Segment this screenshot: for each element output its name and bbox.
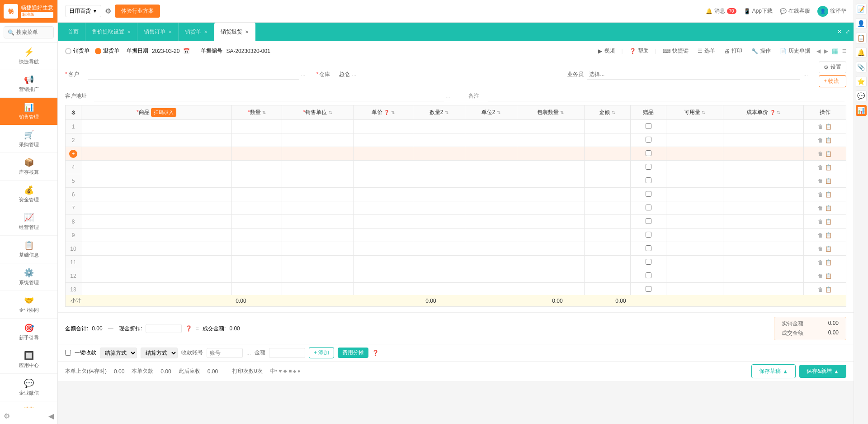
- grid-view-icon[interactable]: ▦: [832, 47, 839, 55]
- gift-cell[interactable]: [630, 283, 666, 295]
- amount-cell[interactable]: [584, 188, 630, 201]
- message-button[interactable]: 🔔 消息 70: [706, 7, 736, 15]
- unit-cell[interactable]: [282, 283, 354, 295]
- amount-cell[interactable]: [584, 215, 630, 229]
- pack-cell[interactable]: [517, 283, 584, 295]
- qty2-cell[interactable]: [413, 120, 465, 133]
- goods-input[interactable]: [85, 150, 228, 158]
- col-settings-header[interactable]: ⚙: [66, 105, 81, 120]
- select-action[interactable]: ☰ 选单: [695, 46, 718, 56]
- delete-row-icon[interactable]: 🗑: [818, 286, 823, 293]
- unit2-cell[interactable]: [465, 256, 517, 269]
- right-panel-btn-1[interactable]: 📝: [856, 4, 867, 14]
- right-panel-btn-7[interactable]: 💬: [856, 91, 867, 101]
- col-pack-sort[interactable]: ⇅: [560, 110, 564, 115]
- unit2-cell[interactable]: [465, 147, 517, 161]
- delete-row-icon[interactable]: 🗑: [818, 151, 823, 157]
- logistics-button[interactable]: + 物流: [819, 75, 846, 87]
- unit2-cell[interactable]: [465, 161, 517, 174]
- print-action[interactable]: 🖨 打印: [722, 46, 745, 56]
- copy-row-icon[interactable]: 📋: [825, 246, 832, 252]
- sidebar-item-guide[interactable]: 🎯 新手引导: [0, 319, 57, 346]
- qty-cell[interactable]: [232, 215, 282, 229]
- sidebar-item-basic[interactable]: 📋 基础信息: [0, 236, 57, 263]
- col-unit2-sort[interactable]: ⇅: [497, 110, 500, 115]
- qty2-cell[interactable]: [413, 283, 465, 295]
- online-service-button[interactable]: 💬 在线客服: [780, 7, 810, 15]
- topbar-settings-icon[interactable]: ⚙: [105, 7, 111, 15]
- gift-checkbox[interactable]: [646, 286, 651, 292]
- right-panel-btn-5[interactable]: 📎: [856, 62, 867, 72]
- unit2-cell[interactable]: [465, 174, 517, 188]
- delete-row-icon[interactable]: 🗑: [818, 205, 823, 211]
- available-cell[interactable]: [666, 269, 723, 283]
- sidebar-item-marketing[interactable]: 📢 营销推广: [0, 70, 57, 98]
- tab-sale-goods-close[interactable]: ✕: [204, 29, 208, 34]
- qty-cell[interactable]: [232, 229, 282, 242]
- pack-cell[interactable]: [517, 269, 584, 283]
- delete-row-icon[interactable]: 🗑: [818, 246, 823, 252]
- col-available-sort[interactable]: ⇅: [702, 110, 705, 115]
- scan-button[interactable]: 扫码录入: [151, 108, 176, 117]
- cost-cell[interactable]: [723, 215, 804, 229]
- radio-return-goods[interactable]: 退货单: [95, 47, 119, 55]
- available-cell[interactable]: [666, 256, 723, 269]
- unit-cell[interactable]: [282, 147, 354, 161]
- fee-split-button[interactable]: 费用分摊: [338, 348, 368, 358]
- unit-cell[interactable]: [282, 161, 354, 174]
- qty2-cell[interactable]: [413, 147, 465, 161]
- pack-cell[interactable]: [517, 174, 584, 188]
- col-price-sort[interactable]: ⇅: [391, 110, 395, 115]
- settlement-method-select[interactable]: 结算方式: [100, 348, 137, 358]
- cost-cell[interactable]: [723, 269, 804, 283]
- available-cell[interactable]: [666, 215, 723, 229]
- prev-record-icon[interactable]: ◀: [816, 48, 821, 54]
- delete-row-icon[interactable]: 🗑: [818, 137, 823, 143]
- tab-sale-goods[interactable]: 销货单 ✕: [179, 23, 214, 41]
- unit-cell[interactable]: [282, 120, 354, 133]
- address-input[interactable]: [94, 91, 444, 101]
- available-cell[interactable]: [666, 133, 723, 147]
- delete-row-icon[interactable]: 🗑: [818, 178, 823, 184]
- available-cell[interactable]: [666, 147, 723, 161]
- gift-checkbox[interactable]: [646, 177, 651, 183]
- gift-cell[interactable]: [630, 229, 666, 242]
- account-input[interactable]: [207, 348, 243, 358]
- qty2-cell[interactable]: [413, 215, 465, 229]
- qty2-cell[interactable]: [413, 161, 465, 174]
- qty-cell[interactable]: [232, 201, 282, 215]
- sidebar-item-finance[interactable]: 💰 资金管理: [0, 181, 57, 208]
- sidebar-item-apps[interactable]: 🔲 应用中心: [0, 346, 57, 374]
- warehouse-more-icon[interactable]: ...: [352, 71, 356, 77]
- history-action[interactable]: 📄 历史单据: [777, 46, 813, 56]
- gift-checkbox[interactable]: [646, 150, 651, 156]
- cost-cell[interactable]: [723, 283, 804, 295]
- right-panel-btn-6[interactable]: ⭐: [856, 76, 867, 87]
- qty-cell[interactable]: [232, 174, 282, 188]
- pack-cell[interactable]: [517, 120, 584, 133]
- cost-cell[interactable]: [723, 133, 804, 147]
- copy-row-icon[interactable]: 📋: [825, 273, 832, 279]
- right-panel-btn-4[interactable]: 🔔: [856, 47, 867, 58]
- customer-input[interactable]: [88, 69, 299, 80]
- cost-cell[interactable]: [723, 242, 804, 256]
- pack-cell[interactable]: [517, 161, 584, 174]
- copy-row-icon[interactable]: 📋: [825, 259, 832, 266]
- gift-cell[interactable]: [630, 201, 666, 215]
- price-cell[interactable]: [354, 201, 413, 215]
- date-value[interactable]: 2023-03-20: [152, 48, 179, 54]
- gift-cell[interactable]: [630, 133, 666, 147]
- col-quantity-sort[interactable]: ⇅: [262, 110, 266, 115]
- goods-cell[interactable]: [81, 147, 232, 161]
- delete-row-icon[interactable]: 🗑: [818, 191, 823, 198]
- price-cell[interactable]: [354, 269, 413, 283]
- gift-checkbox[interactable]: [646, 123, 651, 129]
- delete-row-icon[interactable]: 🗑: [818, 232, 823, 238]
- copy-row-icon[interactable]: 📋: [825, 219, 832, 225]
- amount-cell[interactable]: [584, 229, 630, 242]
- tab-sale-order[interactable]: 销售订单 ✕: [137, 23, 179, 41]
- cost-cell[interactable]: [723, 147, 804, 161]
- one-click-payment-checkbox[interactable]: [65, 350, 71, 356]
- amount-cell[interactable]: [584, 283, 630, 295]
- unit-cell[interactable]: [282, 174, 354, 188]
